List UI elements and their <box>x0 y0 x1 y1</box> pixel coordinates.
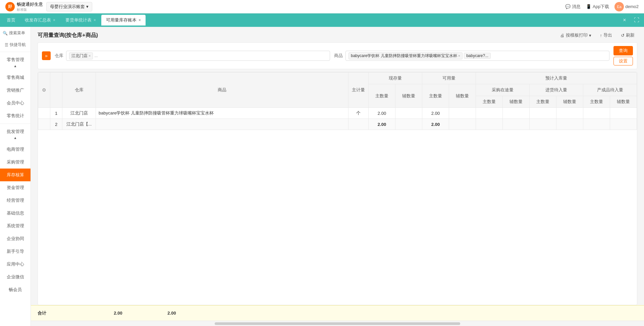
retail-mall-label: 零售商城 <box>7 75 24 81</box>
row-1-unit: 个 <box>348 108 369 119</box>
filter-bar: » 仓库 江北门店 × ... 商品 babycare学饮杯 儿童防摔防撞吸管杯… <box>38 42 637 69</box>
app-download-btn[interactable]: 📱 App下载 <box>586 4 609 10</box>
refresh-label: 刷新 <box>626 32 635 38</box>
topbar: 好 畅捷通好生意 标准版 母婴行业演示账套 ▾ 💬 消息 📱 App下载 Ea … <box>0 0 644 13</box>
tab-shou-fa-cun[interactable]: 收发存汇总表 × <box>20 15 60 26</box>
tab-close-2[interactable]: × <box>139 18 141 22</box>
warehouse-tag-container[interactable]: 江北门店 × ... <box>66 51 330 61</box>
sidebar-item-finance[interactable]: 资金管理 <box>0 181 31 194</box>
warehouse-filter: 仓库 江北门店 × ... <box>55 51 330 61</box>
tab-close-0[interactable]: × <box>53 18 55 22</box>
col-current-stock-header: 现存量 <box>369 73 422 84</box>
col-products-pending-header: 产成品待入量 <box>583 84 637 96</box>
sidebar-item-wecom[interactable]: 企业微信 <box>0 271 31 283</box>
tab-yao-huo-dan[interactable]: 要货单统计表 × <box>61 15 101 26</box>
product-tag-container[interactable]: babycare学饮杯 儿童防摔防撞吸管杯重力球吸嘴杯宝宝水杯 × babyca… <box>345 51 609 61</box>
system-label: 系统管理 <box>7 223 24 229</box>
nav-expand-btn[interactable]: ⛶ <box>632 15 641 25</box>
sidebar-item-guide[interactable]: 新手引导 <box>0 245 31 258</box>
sidebar-item-purchase[interactable]: 采购管理 <box>0 156 31 169</box>
sidebar-search[interactable]: 🔍 搜索菜单 <box>0 27 31 39</box>
print-label: 按模板打印 <box>566 32 588 38</box>
row-1-current-aux <box>395 108 422 119</box>
tab-close-1[interactable]: × <box>94 18 96 22</box>
basic-info-label: 基础信息 <box>7 210 24 216</box>
row-2-available-aux <box>449 119 476 130</box>
sidebar: 🔍 搜索菜单 ☰ 快捷导航 零售管理 ▲ 零售商城 营销推广 会员中心 零售统计… <box>0 27 31 326</box>
sidebar-item-retail-stats[interactable]: 零售统计 <box>0 109 31 122</box>
row-1-products-main <box>583 108 610 119</box>
sidebar-item-enterprise[interactable]: 企业协同 <box>0 232 31 245</box>
export-label: 导出 <box>603 32 612 38</box>
export-btn[interactable]: ↑ 导出 <box>597 31 615 40</box>
setting-button[interactable]: 设置 <box>613 57 633 65</box>
row-2-check <box>38 119 50 130</box>
sidebar-item-basic-info[interactable]: 基础信息 <box>0 207 31 220</box>
sidebar-quicknav[interactable]: ☰ 快捷导航 <box>0 39 31 50</box>
logo-icon: 好 <box>5 2 15 11</box>
sidebar-item-changhui[interactable]: 畅会员 <box>0 283 31 296</box>
message-btn[interactable]: 💬 消息 <box>565 4 581 10</box>
row-2-index: 2 <box>50 119 62 130</box>
col-current-aux-header: 辅数量 <box>395 84 422 108</box>
col-warehouse-header: 仓库 <box>62 73 96 108</box>
quicknav-label: 快捷导航 <box>10 42 26 48</box>
sidebar-item-app-center[interactable]: 应用中心 <box>0 258 31 271</box>
query-button[interactable]: 查询 <box>613 46 633 55</box>
sidebar-item-ecommerce[interactable]: 电商管理 <box>0 143 31 156</box>
col-index-header <box>50 73 62 108</box>
user-menu[interactable]: Ea demo2 <box>614 2 639 11</box>
tab-home[interactable]: 首页 <box>3 17 19 23</box>
tab-label-0: 收发存汇总表 <box>25 17 51 23</box>
tab-ke-yong-liang[interactable]: 可用量库存账本 × <box>101 15 146 26</box>
row-1-purchase-main <box>476 108 503 119</box>
product-tag-0: babycare学饮杯 儿童防摔防撞吸管杯重力球吸嘴杯宝宝水杯 × <box>348 52 463 59</box>
logo-sub: 标准版 <box>17 7 43 12</box>
col-forecast-header: 预计入库量 <box>476 73 637 84</box>
warehouse-tag-close[interactable]: × <box>89 54 91 58</box>
wholesale-label: 批发管理 <box>7 129 24 135</box>
logo-text: 畅捷通好生意 <box>17 1 43 7</box>
row-2-current-aux <box>395 119 422 130</box>
wecom-label: 企业微信 <box>7 274 24 280</box>
sidebar-item-inventory[interactable]: 库存核算 <box>0 169 31 181</box>
col-purchase-transit-header: 采购在途量 <box>476 84 530 96</box>
warehouse-filter-label: 仓库 <box>55 53 63 59</box>
member-label: 会员中心 <box>7 100 24 106</box>
guide-label: 新手引导 <box>7 248 24 254</box>
sidebar-item-marketing[interactable]: 营销推广 <box>0 84 31 97</box>
row-2-available-main: 2.00 <box>422 119 449 130</box>
chevron-down-icon: ▾ <box>86 4 89 9</box>
sidebar-item-wholesale[interactable]: 批发管理 ▲ <box>0 125 31 143</box>
sidebar-item-retail-mall[interactable]: 零售商城 <box>0 71 31 84</box>
filter-more-dots[interactable]: ... <box>94 53 98 58</box>
sidebar-item-system[interactable]: 系统管理 <box>0 220 31 232</box>
footer-bar: 合计 2.00 2.00 <box>31 305 644 321</box>
industry-selector[interactable]: 母婴行业演示账套 ▾ <box>46 2 92 11</box>
row-2-products-main <box>583 119 610 130</box>
row-2-purchase-main <box>476 119 503 130</box>
filter-toggle-btn[interactable]: » <box>42 51 51 60</box>
product-tag-close-0[interactable]: × <box>458 54 460 58</box>
sidebar-item-operations[interactable]: 经营管理 <box>0 194 31 207</box>
scrollbar-area[interactable] <box>31 321 644 326</box>
tab-label-2: 可用量库存账本 <box>106 17 137 23</box>
sidebar-item-retail-mgmt[interactable]: 零售管理 ▲ <box>0 53 31 71</box>
sidebar-item-member[interactable]: 会员中心 <box>0 97 31 109</box>
row-1-product: babycare学饮杯 儿童防摔防撞吸管杯重力球吸嘴杯宝宝水杯 <box>96 108 348 119</box>
sidebar-divider-2 <box>0 124 31 124</box>
refresh-btn[interactable]: ↺ 刷新 <box>618 31 637 40</box>
col-pending-main-header: 主数量 <box>530 96 556 108</box>
product-filter: 商品 babycare学饮杯 儿童防摔防撞吸管杯重力球吸嘴杯宝宝水杯 × bab… <box>334 51 609 61</box>
print-btn[interactable]: 🖨 按模板打印 ▾ <box>557 31 594 40</box>
enterprise-label: 企业协同 <box>7 236 24 242</box>
product-tag-text-1: babycare?... <box>466 53 488 58</box>
col-available-main-header: 主数量 <box>422 84 449 108</box>
table-row: 1 江北门店 babycare学饮杯 儿童防摔防撞吸管杯重力球吸嘴杯宝宝水杯 个… <box>38 108 637 119</box>
col-products-main-header: 主数量 <box>583 96 610 108</box>
app-center-label: 应用中心 <box>7 261 24 267</box>
nav-close-btn[interactable]: × <box>620 15 629 25</box>
gear-icon[interactable]: ⚙ <box>42 87 46 93</box>
scrollbar-thumb[interactable] <box>215 322 460 325</box>
app-download-label: App下载 <box>593 4 609 10</box>
